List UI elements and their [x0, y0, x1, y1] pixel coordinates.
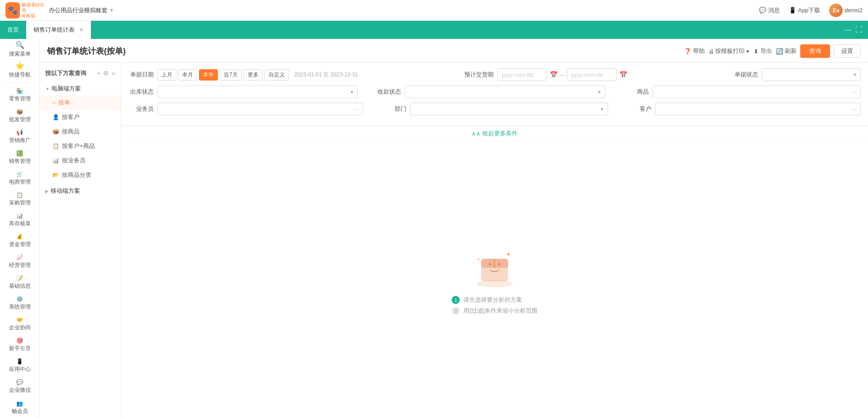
doc-status-select[interactable]: [762, 68, 861, 81]
scheme-item-by-customer[interactable]: 👤 按客户: [40, 110, 121, 124]
product-label: 商品: [623, 88, 649, 96]
download-icon: 📱: [789, 7, 796, 14]
sidebar-item-sales[interactable]: 💹 销售管理: [0, 147, 39, 168]
payment-status-select[interactable]: [405, 86, 605, 98]
collapse-scheme-icon[interactable]: «: [112, 70, 115, 77]
add-scheme-icon[interactable]: +: [97, 70, 100, 77]
sidebar-item-finance[interactable]: 💰 资金管理: [0, 231, 39, 252]
date-btn-last7[interactable]: 近7天: [220, 69, 242, 81]
shipment-status-select-wrap: [157, 86, 358, 98]
help-button[interactable]: ❓ 帮助: [684, 47, 705, 55]
refresh-icon: 🔄: [776, 48, 783, 55]
page-title-row: 销售订单统计表(按单) ❓ 帮助 🖨 按模板打印 ▼ ⬇ 导出: [47, 44, 861, 58]
shipment-status-select[interactable]: [157, 86, 358, 98]
by-order-icon: ○: [52, 100, 56, 106]
sidebar-item-retail[interactable]: 🏪 零售管理: [0, 85, 39, 105]
message-action[interactable]: 💬 消息: [759, 6, 780, 14]
sidebar-item-newbie[interactable]: 🎯 新手引导: [0, 335, 39, 356]
calendar-end-icon[interactable]: 📅: [619, 71, 627, 78]
scheme-item-by-customer-product[interactable]: 📋 按客户+商品: [40, 139, 121, 153]
search-icon: 🔍: [15, 41, 24, 49]
user-profile[interactable]: Ea demo2: [829, 4, 863, 17]
tab-minimize-icon[interactable]: —: [844, 26, 852, 34]
date-btn-last-month[interactable]: 上月: [157, 69, 176, 81]
expected-date-inputs: 📅 — 📅: [497, 68, 627, 81]
wechat-icon: 💬: [16, 379, 23, 385]
sidebar-item-enterprise[interactable]: 🤝 企业协同: [0, 314, 39, 335]
purchase-icon: 📋: [16, 192, 23, 198]
sidebar-item-purchase[interactable]: 📋 采购管理: [0, 189, 39, 209]
sidebar-item-system[interactable]: ⚙️ 系统管理: [0, 293, 39, 314]
expected-date-end-input[interactable]: [567, 68, 617, 81]
tab-sales-order-stats[interactable]: 销售订单统计表 ✕: [26, 21, 91, 39]
filter-row-date: 单据日期 上月 本月 本年 近7天 更多 自定义 2023-01-01 至 20…: [128, 68, 861, 81]
sidebar-item-marketing[interactable]: 📢 营销推广: [0, 126, 39, 147]
main-layout: 🔍 搜索菜单 ⭐ 快捷导航 🏪 零售管理 📦 批发管理 📢 营销推广 💹 销售管…: [0, 39, 868, 418]
settings-button[interactable]: 设置: [834, 44, 861, 58]
expected-date-start-input[interactable]: [497, 68, 547, 81]
by-cust-prod-icon: 📋: [52, 143, 59, 149]
export-button[interactable]: ⬇ 导出: [754, 47, 772, 55]
sidebar-item-ecommerce[interactable]: 🛒 电商管理: [0, 168, 39, 189]
date-btn-this-year[interactable]: 本年: [199, 69, 218, 81]
app-download-action[interactable]: 📱 App下载: [789, 6, 820, 14]
scheme-item-by-order[interactable]: ○ 按单: [40, 95, 121, 110]
scheme-item-by-salesman[interactable]: 📊 按业务员: [40, 153, 121, 168]
tab-bar: 首页 销售订单统计表 ✕ — ⛶: [0, 21, 868, 39]
mobile-group-arrow-icon: ▶: [45, 189, 49, 194]
empty-state: ✦ ✦ 1 请先选择要分析的方案 2 用[过滤]条件来缩小分析范围: [121, 142, 868, 418]
pc-scheme-group-header[interactable]: ▼ 电脑端方案: [40, 82, 121, 95]
doc-status-select-wrap: [762, 68, 861, 81]
tab-maximize-icon[interactable]: ⛶: [855, 26, 863, 34]
app-selector[interactable]: 办公用品行业模拟账套 ▼: [49, 6, 114, 14]
svg-text:✦: ✦: [506, 251, 511, 258]
export-icon: ⬇: [754, 48, 759, 55]
query-button[interactable]: 查询: [800, 44, 830, 58]
date-btn-custom[interactable]: 自定义: [264, 69, 289, 81]
date-btn-this-month[interactable]: 本月: [178, 69, 197, 81]
customer-dots-icon[interactable]: ···: [851, 105, 857, 113]
calendar-start-icon[interactable]: 📅: [550, 71, 557, 78]
settings-scheme-icon[interactable]: ⚙: [103, 70, 109, 77]
tab-close-icon[interactable]: ✕: [79, 27, 84, 33]
sales-icon: 💹: [16, 150, 23, 157]
sidebar-item-inventory[interactable]: 📊 库存核算: [0, 209, 39, 230]
salesman-field[interactable]: ···: [157, 103, 363, 115]
department-select[interactable]: [410, 103, 608, 115]
tip-num-1: 1: [452, 296, 460, 304]
tip-num-2: 2: [452, 307, 460, 315]
sidebar-item-wechat[interactable]: 💬 企业微信: [0, 376, 39, 397]
collapse-bar[interactable]: ∧∧ 收起更多条件: [121, 125, 868, 141]
date-btn-more[interactable]: 更多: [244, 69, 263, 81]
ecommerce-icon: 🛒: [16, 171, 23, 177]
product-field[interactable]: ···: [652, 86, 861, 98]
mobile-scheme-group-header[interactable]: ▶ 移动端方案: [40, 184, 121, 198]
page-title: 销售订单统计表(按单): [47, 46, 126, 57]
sidebar-item-wholesale[interactable]: 📦 批发管理: [0, 105, 39, 126]
logo-area: 🐾 畅捷通好生意 标账版: [5, 2, 45, 19]
quicknav-icon: ⭐: [15, 62, 24, 70]
scheme-item-by-category[interactable]: 📂 按商品分类: [40, 168, 121, 182]
customer-field[interactable]: ···: [655, 103, 861, 115]
sub-sidebar-header: 按以下方案查询 + ⚙ «: [40, 66, 121, 80]
sidebar-item-member[interactable]: 👥 畅会员: [0, 397, 39, 418]
empty-illustration: ✦ ✦: [467, 245, 522, 290]
customer-label: 客户: [626, 105, 651, 113]
enterprise-icon: 🤝: [16, 317, 23, 323]
sidebar-item-apps[interactable]: 📱 应用中心: [0, 356, 39, 376]
sidebar-item-quicknav[interactable]: ⭐ 快捷导航: [0, 60, 39, 81]
payment-status-label: 收款状态: [376, 88, 401, 96]
sidebar-item-search[interactable]: 🔍 搜索菜单: [0, 39, 39, 60]
tab-home[interactable]: 首页: [0, 21, 26, 39]
page-header: 销售订单统计表(按单) ❓ 帮助 🖨 按模板打印 ▼ ⬇ 导出: [40, 39, 868, 63]
scheme-item-by-product[interactable]: 📦 按商品: [40, 124, 121, 139]
product-dots-icon[interactable]: ···: [851, 88, 857, 95]
doc-status-label: 单据状态: [733, 71, 758, 79]
refresh-button[interactable]: 🔄 刷新: [776, 47, 797, 55]
sidebar-item-basic[interactable]: 📝 基础信息: [0, 272, 39, 293]
sidebar-item-operations[interactable]: 📈 经营管理: [0, 252, 39, 272]
top-header: 🐾 畅捷通好生意 标账版 办公用品行业模拟账套 ▼ 💬 消息 📱 App下载 E…: [0, 0, 868, 21]
print-button[interactable]: 🖨 按模板打印 ▼: [708, 47, 750, 55]
salesman-dots-icon[interactable]: ···: [354, 105, 359, 113]
basic-icon: 📝: [16, 275, 23, 281]
